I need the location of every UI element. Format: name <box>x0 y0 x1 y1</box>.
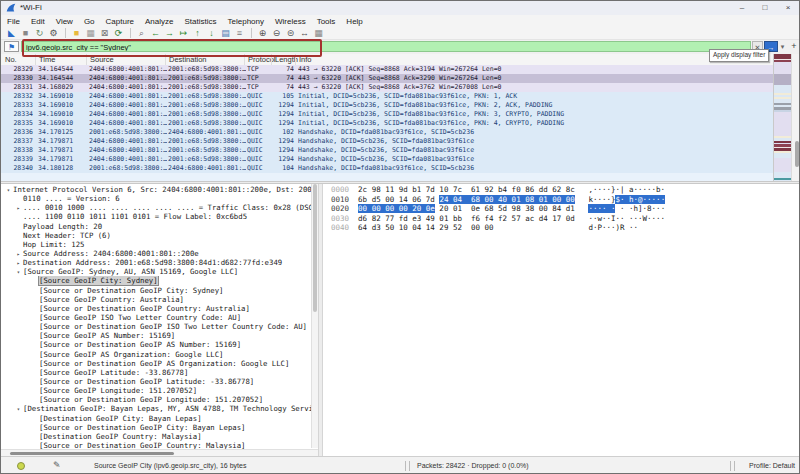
capture-comment-icon[interactable]: ✎ <box>53 460 61 470</box>
hex-row[interactable]: 0020 00 00 00 00 20 0e 20 01 0e 68 5d 98… <box>331 204 665 214</box>
packet-row[interactable]: 2833734.1798712404:6800:4001:801:…2001:e… <box>1 137 773 146</box>
menu-file[interactable]: File <box>7 17 20 26</box>
packet-row[interactable]: 2833434.1690102404:6800:4001:801:…2001:e… <box>1 110 773 119</box>
go-first-icon[interactable]: ↑ <box>191 27 204 39</box>
collapse-arrow-icon[interactable]: ▾ <box>14 268 23 276</box>
menu-wireless[interactable]: Wireless <box>275 17 306 26</box>
capture-options-icon[interactable]: ⚙ <box>47 27 60 39</box>
column-header-info[interactable]: Info <box>295 54 312 65</box>
packet-row[interactable]: 2834034.1801282001:e68:5d98:3800:…2404:6… <box>1 164 773 173</box>
expand-arrow-icon[interactable]: ▸ <box>14 204 23 212</box>
go-last-icon[interactable]: ↓ <box>205 27 218 39</box>
menu-help[interactable]: Help <box>346 17 362 26</box>
columns-grid-icon[interactable]: ▦ <box>312 27 325 39</box>
detail-line[interactable]: ▾Internet Protocol Version 6, Src: 2404:… <box>1 185 311 194</box>
detail-line[interactable]: [Source GeoIP Country: Australia] <box>1 295 311 304</box>
detail-line[interactable]: [Source GeoIP AS Organization: Google LL… <box>1 350 311 359</box>
profile-status[interactable]: Profile: Default <box>749 462 795 469</box>
packet-row[interactable]: 2833234.1690102404:6800:4001:801:…2001:e… <box>1 92 773 101</box>
details-hscrollbar-handle[interactable] <box>10 452 174 455</box>
go-back-icon[interactable]: ← <box>149 27 162 39</box>
detail-line[interactable]: [Source GeoIP AS Number: 15169] <box>1 331 311 340</box>
menu-tools[interactable]: Tools <box>317 17 336 26</box>
packet-row[interactable]: 2833834.1798712404:6800:4001:801:…2001:e… <box>1 146 773 155</box>
detail-line[interactable]: [Source or Destination GeoIP City: Bayan… <box>1 423 311 432</box>
open-file-icon[interactable]: ■ <box>70 27 83 39</box>
filter-add-button[interactable]: + <box>789 41 799 52</box>
packet-row[interactable]: 2832934.1645442404:6800:4001:801:…2001:e… <box>1 65 773 74</box>
detail-line[interactable]: Next Header: TCP (6) <box>1 231 311 240</box>
expand-arrow-icon[interactable]: ▸ <box>14 250 23 258</box>
start-capture-icon[interactable]: ◣ <box>5 27 18 39</box>
close-icon[interactable]: × <box>777 1 799 15</box>
save-file-icon[interactable]: ▦ <box>84 27 97 39</box>
find-packet-icon[interactable]: ⌕ <box>135 27 148 39</box>
filter-bookmark-icon[interactable]: ⚑ <box>4 41 19 52</box>
detail-line[interactable]: [Destination GeoIP Country: Malaysia] <box>1 432 311 441</box>
column-header-destination[interactable]: Destination <box>165 54 207 65</box>
detail-line[interactable]: .... 1100 0110 1011 1101 0101 = Flow Lab… <box>1 212 311 221</box>
go-to-packet-icon[interactable]: ↦ <box>177 27 190 39</box>
filter-dropdown-icon[interactable]: ▾ <box>779 41 786 52</box>
menu-statistics[interactable]: Statistics <box>185 17 217 26</box>
resize-columns-icon[interactable]: ↔ <box>298 27 311 39</box>
details-hscrollbar[interactable] <box>1 449 318 456</box>
packet-row[interactable]: 2833534.1690102404:6800:4001:801:…2001:e… <box>1 119 773 128</box>
restart-capture-icon[interactable]: ↻ <box>33 27 46 39</box>
detail-line[interactable]: [Source or Destination GeoIP Country: Au… <box>1 304 311 313</box>
collapse-arrow-icon[interactable]: ▾ <box>4 186 13 194</box>
detail-line[interactable]: [Source GeoIP City: Sydney] <box>1 276 311 285</box>
menu-go[interactable]: Go <box>84 17 95 26</box>
scrollbar-handle[interactable] <box>795 141 799 167</box>
maximize-icon[interactable]: □ <box>754 1 776 15</box>
auto-scroll-icon[interactable]: ▤ <box>219 27 232 39</box>
menu-edit[interactable]: Edit <box>31 17 45 26</box>
hex-row[interactable]: 0040 64 d3 50 10 04 14 29 52 00 00 d·P··… <box>331 223 665 233</box>
detail-line[interactable]: ▸Destination Address: 2001:e68:5d98:3800… <box>1 258 311 267</box>
zoom-original-icon[interactable]: ⊜ <box>284 27 297 39</box>
menu-analyze[interactable]: Analyze <box>145 17 173 26</box>
packet-row[interactable]: 2833034.1645442404:6800:4001:801:…2001:e… <box>1 74 773 83</box>
packet-row[interactable]: 2833134.1680292404:6800:4001:801:…2001:e… <box>1 83 773 92</box>
detail-line[interactable]: Hop Limit: 125 <box>1 240 311 249</box>
colorize-icon[interactable]: ≡ <box>233 27 246 39</box>
column-header-time[interactable]: Time <box>35 54 55 65</box>
packet-row[interactable]: 2833634.1701252001:e68:5d98:3800:…2404:6… <box>1 128 773 137</box>
detail-line[interactable]: [Destination GeoIP City: Bayan Lepas] <box>1 414 311 423</box>
detail-line[interactable]: [Source or Destination GeoIP ISO Two Let… <box>1 322 311 331</box>
detail-line[interactable]: [Source or Destination GeoIP Longitude: … <box>1 395 311 404</box>
detail-line[interactable]: [Source GeoIP ISO Two Letter Country Cod… <box>1 313 311 322</box>
detail-line[interactable]: Payload Length: 20 <box>1 222 311 231</box>
packet-list-scrollbar[interactable] <box>791 54 800 181</box>
hex-row[interactable]: 0000 2c 98 11 9d b1 7d 10 7c 61 92 b4 f0… <box>331 185 665 195</box>
menu-telephony[interactable]: Telephony <box>228 17 264 26</box>
reload-icon[interactable]: ⟳ <box>112 27 125 39</box>
collapse-arrow-icon[interactable]: ▾ <box>14 405 23 413</box>
close-file-icon[interactable]: ⊠ <box>98 27 111 39</box>
detail-line[interactable]: [Source or Destination GeoIP Latitude: -… <box>1 377 311 386</box>
go-forward-icon[interactable]: → <box>163 27 176 39</box>
zoom-out-icon[interactable]: ⊖ <box>270 27 283 39</box>
details-scrollbar-handle[interactable] <box>313 184 317 312</box>
packet-row[interactable]: 2833334.1690102404:6800:4001:801:…2001:e… <box>1 101 773 110</box>
menu-capture[interactable]: Capture <box>106 17 134 26</box>
detail-line[interactable]: [Source GeoIP Longitude: 151.207052] <box>1 386 311 395</box>
detail-line[interactable]: 0110 .... = Version: 6 <box>1 194 311 203</box>
minimize-icon[interactable]: – <box>731 1 753 15</box>
expand-arrow-icon[interactable]: ▸ <box>14 259 23 267</box>
details-scrollbar[interactable] <box>311 184 318 448</box>
hex-row[interactable]: 0010 6b d5 00 14 06 7d 24 04 68 00 40 01… <box>331 195 665 205</box>
hex-row[interactable]: 0030 d6 82 77 fd e3 49 01 bb f6 f4 f2 57… <box>331 214 665 224</box>
detail-line[interactable]: [Source GeoIP Latitude: -33.86778] <box>1 368 311 377</box>
column-header-source[interactable]: Source <box>86 54 114 65</box>
zoom-in-icon[interactable]: ⊕ <box>256 27 269 39</box>
detail-line[interactable]: [Source or Destination GeoIP AS Organiza… <box>1 359 311 368</box>
display-filter-input[interactable]: ipv6.geoip.src_city == "Sydney" <box>21 41 751 52</box>
packet-row[interactable]: 2833934.1798712404:6800:4001:801:…2001:e… <box>1 155 773 164</box>
expert-info-icon[interactable] <box>17 462 25 470</box>
menu-view[interactable]: View <box>56 17 73 26</box>
detail-line[interactable]: ▾[Destination GeoIP: Bayan Lepas, MY, AS… <box>1 404 311 413</box>
stop-capture-icon[interactable]: ■ <box>19 27 32 39</box>
detail-line[interactable]: ▸.... 0010 1000 .... .... .... .... ....… <box>1 203 311 212</box>
detail-line[interactable]: [Source or Destination GeoIP AS Number: … <box>1 340 311 349</box>
